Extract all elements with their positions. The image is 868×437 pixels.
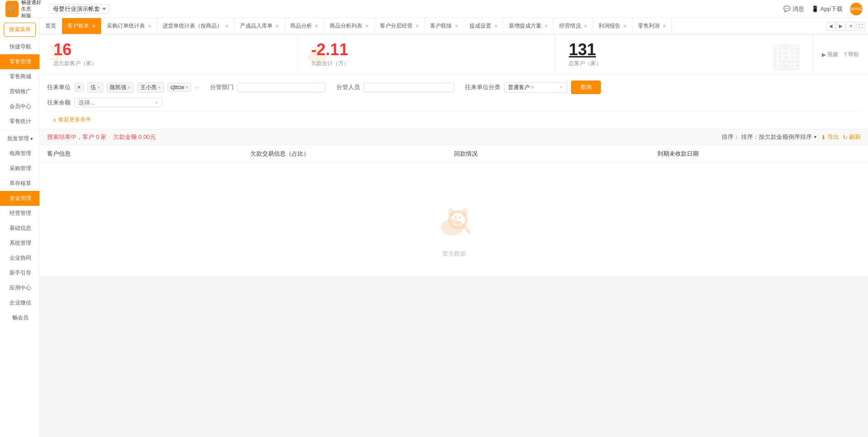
video-help-button[interactable]: ▶ 视频	[822, 51, 838, 58]
table-wrap: 客户信息 欠款交易信息（占比） 回款情况 到期未收款日期	[40, 145, 868, 276]
filter-label-person: 分管人员	[336, 83, 360, 91]
avatar[interactable]: demo2	[850, 3, 863, 15]
sort-arrow-icon: ▼	[813, 135, 817, 139]
dept-input-field[interactable]	[241, 84, 317, 91]
filter-category-wrap[interactable]: 普通客户 × ▼	[504, 82, 567, 93]
message-button[interactable]: 💬 消息	[783, 5, 804, 13]
filter-tag-category[interactable]: 普通客户 ×	[508, 84, 534, 91]
person-input-field[interactable]	[368, 84, 446, 91]
filter-tag-unit-all[interactable]: ×	[74, 83, 84, 92]
tab-close-purchase-stats[interactable]: ✕	[148, 24, 151, 28]
filter-balance-wrap[interactable]: ▼	[74, 98, 163, 107]
logo-text: 畅捷通好生意 标版	[21, 0, 45, 19]
sidebar-item-ecommerce[interactable]: 电商管理	[0, 146, 39, 161]
tab-close-product-analysis[interactable]: ✕	[315, 24, 318, 28]
tab-nav-expand[interactable]: ⛶	[856, 22, 865, 31]
app-download-button[interactable]: 📱 App下载	[811, 5, 843, 13]
help-button[interactable]: ? 帮助	[844, 51, 859, 58]
search-menu-button[interactable]: 搜索菜单	[4, 23, 36, 37]
tab-close-product-analysis-list[interactable]: ✕	[365, 24, 369, 28]
filter-collapse-row: ∧ 收起更多条件	[47, 111, 861, 125]
sidebar-item-marketing[interactable]: 营销推广	[0, 84, 39, 99]
tab-customer-contact[interactable]: 客户联络 ✕	[425, 18, 464, 34]
sidebar-item-enterprise[interactable]: 企业协同	[0, 251, 39, 266]
sidebar-item-retail-mall[interactable]: 零售商城	[0, 69, 39, 84]
th-debt-transaction: 欠款交易信息（占比）	[250, 150, 454, 158]
sort-controls: 排序： 排序：按欠款金额倒序排序 ▼	[722, 133, 817, 141]
filter-tag-unit-wu[interactable]: 伍 ×	[87, 82, 103, 93]
tab-nav-right[interactable]: ▶	[836, 22, 845, 31]
sidebar-item-inventory[interactable]: 库存核算	[0, 176, 39, 191]
result-info: 搜索结果中，客户 0 家 欠款金额 0.00元	[47, 133, 156, 141]
filter-more-button[interactable]: ···	[195, 84, 199, 90]
tab-close-customer-tier[interactable]: ✕	[415, 24, 419, 28]
tab-close-profit-report[interactable]: ✕	[623, 24, 627, 28]
refresh-icon: ↻	[843, 134, 848, 141]
remove-category-icon[interactable]: ×	[531, 84, 534, 90]
remove-icon[interactable]: ×	[158, 85, 161, 90]
filter-dept-input[interactable]: ···	[237, 83, 325, 92]
tab-close-operation[interactable]: ✕	[584, 24, 587, 28]
remove-icon[interactable]: ×	[97, 85, 100, 90]
result-count: 0	[96, 133, 99, 140]
th-customer-info: 客户信息	[47, 150, 250, 158]
th-due-date: 到期未收款日期	[657, 150, 861, 158]
remove-icon[interactable]: ×	[186, 85, 188, 90]
tab-retail-profit[interactable]: 零售利润 ✕	[633, 18, 672, 34]
tab-purchase-stats[interactable]: 采购订单统计表 ✕	[101, 18, 157, 34]
sidebar-item-retail[interactable]: 零售管理	[0, 54, 39, 69]
tab-close-customer-book[interactable]: ✕	[92, 24, 96, 28]
tab-nav-left[interactable]: ◀	[826, 22, 835, 31]
tab-close-import-stats[interactable]: ✕	[225, 24, 229, 28]
tab-close-retail-profit[interactable]: ✕	[662, 24, 666, 28]
tab-nav-close-all[interactable]: ✕	[846, 22, 855, 31]
tab-home[interactable]: 首页	[40, 18, 62, 34]
sidebar-item-system[interactable]: 系统管理	[0, 236, 39, 251]
sort-by-debt-button[interactable]: 排序：按欠款金额倒序排序 ▼	[741, 133, 817, 141]
export-button[interactable]: ⬇ 导出	[821, 133, 839, 141]
filter-tag-unit-wang[interactable]: 王小亮 ×	[137, 82, 164, 93]
tab-import-stats[interactable]: 进货单统计表（按商品） ✕	[157, 18, 235, 34]
tab-new-promote[interactable]: 新增提成方案 ✕	[504, 18, 554, 34]
sidebar-item-app-center[interactable]: 应用中心	[0, 280, 39, 295]
tab-promote-settings[interactable]: 提成设置 ✕	[464, 18, 504, 34]
query-button[interactable]: 查询	[571, 81, 601, 94]
sidebar-item-basic-info[interactable]: 基础信息	[0, 221, 39, 236]
tab-product-analysis[interactable]: 商品分析 ✕	[285, 18, 324, 34]
tab-operation[interactable]: 经营情况 ✕	[554, 18, 593, 34]
filter-person-input[interactable]: ···	[364, 83, 454, 92]
tab-customer-tier[interactable]: 客户分层经营 ✕	[374, 18, 425, 34]
filter-tag-unit-chen[interactable]: 陈民强 ×	[107, 82, 134, 93]
remove-icon[interactable]: ×	[128, 85, 130, 90]
tab-profit-report[interactable]: 利润报告 ✕	[593, 18, 633, 34]
balance-input[interactable]	[78, 99, 154, 106]
filter-tag-unit-cj[interactable]: cjttcw ×	[168, 83, 192, 92]
sidebar-item-quick-nav[interactable]: 快捷导航	[0, 39, 39, 54]
filter-row-1: 往来单位 × 伍 × 陈民强 × 王小亮 ×	[47, 81, 861, 94]
content-area: ¥ 16 总欠款客户（家） ◆ -2.11 欠款合计（万） 🏢	[40, 34, 868, 437]
sidebar-item-enterprise-wx[interactable]: 企业微信	[0, 295, 39, 310]
refresh-button[interactable]: ↻ 刷新	[843, 133, 861, 141]
tab-close-promote-settings[interactable]: ✕	[494, 24, 498, 28]
tab-product-analysis-list[interactable]: 商品分析列表 ✕	[324, 18, 374, 34]
tab-product-inbound[interactable]: 产成品入库单 ✕	[235, 18, 285, 34]
sidebar-item-member-plus[interactable]: 畅会员	[0, 310, 39, 325]
tab-close-customer-contact[interactable]: ✕	[455, 24, 458, 28]
dept-dots: ···	[317, 85, 321, 90]
sidebar-item-member[interactable]: 会员中心	[0, 99, 39, 114]
sidebar-item-guide[interactable]: 新手引导	[0, 266, 39, 280]
download-icon: 📱	[811, 5, 819, 12]
tab-bar: 首页 客户账本 ✕ 采购订单统计表 ✕ 进货单统计表（按商品） ✕ 产成品入库单…	[40, 18, 868, 34]
tab-close-product-inbound[interactable]: ✕	[275, 24, 279, 28]
sidebar-item-wholesale[interactable]: 批发管理 ▼	[0, 131, 39, 146]
tab-customer-book[interactable]: 客户账本 ✕	[62, 18, 101, 34]
stat-text-customers: 131 总客户（家）	[569, 42, 601, 67]
account-select[interactable]: 母婴行业演示帐套	[49, 4, 110, 14]
sidebar-item-finance[interactable]: 资金管理	[0, 191, 39, 206]
sidebar-item-retail-stats[interactable]: 零售统计	[0, 114, 39, 129]
collapse-button[interactable]: ∧ 收起更多条件	[47, 114, 861, 125]
sidebar-item-purchase[interactable]: 采购管理	[0, 161, 39, 176]
result-actions: 排序： 排序：按欠款金额倒序排序 ▼ ⬇ 导出 ↻ 刷新	[722, 133, 861, 141]
tab-close-new-promote[interactable]: ✕	[544, 24, 548, 28]
sidebar-item-operations[interactable]: 经营管理	[0, 206, 39, 221]
